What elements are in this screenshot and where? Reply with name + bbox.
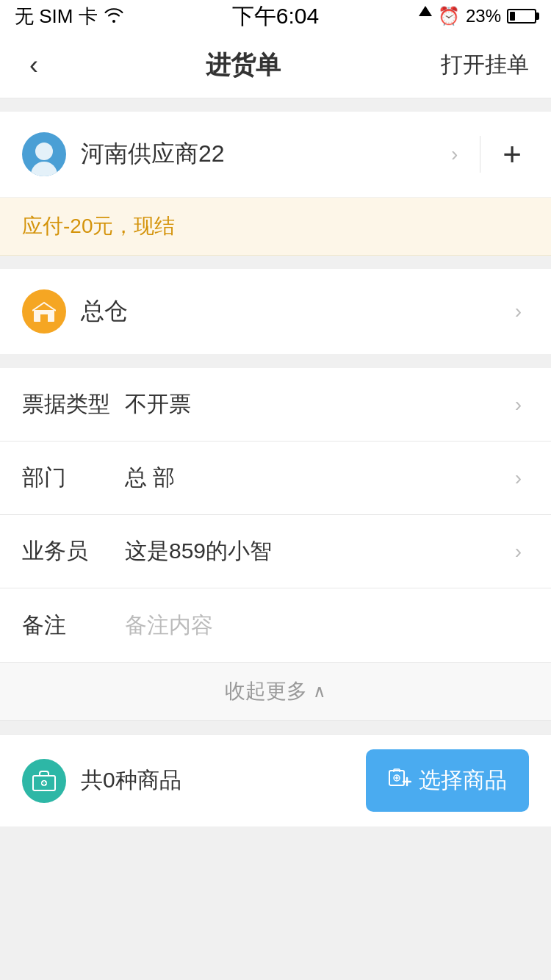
status-bar: 无 SIM 卡 下午6:04 ⏰ 23%: [0, 0, 551, 32]
department-value: 总 部: [110, 463, 515, 493]
warehouse-section: 总仓 ›: [0, 269, 551, 355]
product-count: 共0种商品: [81, 765, 181, 796]
avatar-body: [31, 162, 57, 176]
battery-percent: 23%: [466, 6, 501, 26]
section-gap-2: [0, 355, 551, 368]
product-info: 共0种商品: [22, 759, 366, 803]
status-left: 无 SIM 卡: [15, 4, 124, 29]
select-product-icon: [388, 768, 411, 793]
select-product-button[interactable]: 选择商品: [366, 749, 529, 812]
collapse-icon: ∧: [313, 681, 326, 702]
remark-label: 备注: [22, 610, 110, 641]
department-label: 部门: [22, 463, 110, 493]
remark-row[interactable]: 备注 备注内容: [0, 588, 551, 662]
warehouse-name: 总仓: [81, 295, 515, 328]
salesperson-label: 业务员: [22, 536, 110, 566]
warehouse-chevron-icon: ›: [515, 300, 522, 323]
battery-indicator: [507, 9, 536, 24]
svg-rect-1: [40, 314, 48, 322]
supplier-name: 河南供应商22: [81, 138, 451, 170]
top-divider: [0, 98, 551, 112]
supplier-avatar: [22, 132, 66, 176]
product-icon: [22, 759, 66, 803]
carrier-text: 无 SIM 卡: [15, 4, 98, 29]
supplier-section: 河南供应商22 › + 应付-20元，现结: [0, 112, 551, 256]
salesperson-row[interactable]: 业务员 这是859的小智 ›: [0, 515, 551, 588]
invoice-type-row[interactable]: 票据类型 不开票 ›: [0, 368, 551, 442]
back-button[interactable]: ‹: [22, 43, 46, 88]
select-product-label: 选择商品: [419, 765, 507, 796]
time-display: 下午6:04: [232, 1, 319, 32]
add-supplier-button[interactable]: +: [495, 138, 529, 170]
supplier-chevron-icon: ›: [451, 143, 458, 166]
supplier-row[interactable]: 河南供应商22 › +: [0, 112, 551, 198]
salesperson-chevron: ›: [515, 540, 522, 563]
notice-bar: 应付-20元，现结: [0, 198, 551, 256]
salesperson-value: 这是859的小智: [110, 536, 515, 566]
invoice-type-chevron: ›: [515, 393, 522, 417]
page-title: 进货单: [206, 48, 281, 82]
collapse-label: 收起更多: [225, 677, 307, 705]
wifi-icon: [104, 5, 124, 28]
invoice-type-label: 票据类型: [22, 389, 110, 419]
location-icon: [419, 6, 432, 26]
vertical-divider: [480, 136, 480, 173]
warehouse-icon: [22, 289, 66, 334]
nav-bar: ‹ 进货单 打开挂单: [0, 32, 551, 98]
avatar-person-icon: [22, 132, 66, 176]
remark-input[interactable]: 备注内容: [110, 610, 529, 641]
bottom-bar: 共0种商品 选择商品: [0, 734, 551, 826]
form-section: 票据类型 不开票 › 部门 总 部 › 业务员 这是859的小智 › 备注 备注…: [0, 368, 551, 662]
alarm-icon: ⏰: [438, 6, 460, 26]
open-pending-button[interactable]: 打开挂单: [441, 50, 529, 80]
warehouse-row[interactable]: 总仓 ›: [0, 269, 551, 355]
department-chevron: ›: [515, 466, 522, 490]
invoice-type-value: 不开票: [110, 389, 515, 419]
section-gap-1: [0, 256, 551, 269]
status-right: ⏰ 23%: [419, 6, 536, 26]
notice-text: 应付-20元，现结: [22, 215, 175, 237]
avatar-head: [35, 143, 53, 160]
section-gap-3: [0, 721, 551, 734]
department-row[interactable]: 部门 总 部 ›: [0, 442, 551, 515]
page-background: [0, 826, 551, 980]
collapse-bar[interactable]: 收起更多 ∧: [0, 662, 551, 721]
